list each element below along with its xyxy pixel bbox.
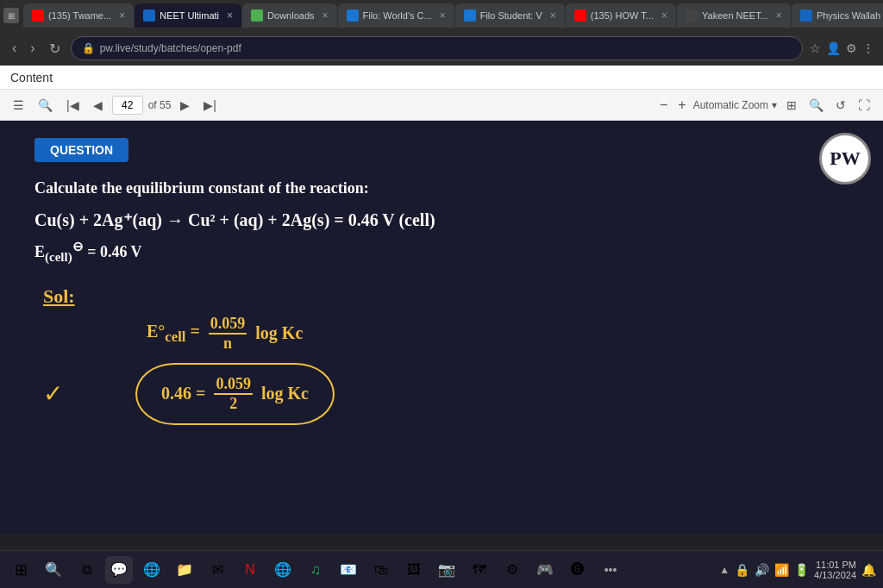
tab-label-filo2: Filo Student: V [480,10,542,21]
page-number-input[interactable] [112,96,143,115]
tab-label-neet: NEET Ultimati [160,10,219,21]
edge-icon: 🌐 [143,561,160,578]
zoom-selector-button[interactable]: 🔍 [805,96,828,115]
tab-close-downloads[interactable]: × [323,9,329,22]
zoom-in-button[interactable]: + [674,96,689,115]
taskbar-app-mail[interactable]: ✉ [204,556,231,584]
zoom-dropdown-icon[interactable]: ▾ [772,99,777,111]
tray-battery-icon[interactable]: 🔋 [794,563,809,577]
pw-logo: PW [819,133,871,185]
window-menu[interactable]: ⊞ [3,8,19,23]
taskbar-app-game[interactable]: 🎮 [531,556,559,584]
rotate-button[interactable]: ↺ [831,96,850,115]
start-button[interactable]: ⊞ [7,556,34,584]
extensions-icon[interactable]: ⚙ [846,41,857,55]
taskview-icon: ⧉ [82,562,91,578]
tab-close-twame[interactable]: × [119,9,125,22]
tab-favicon-downloads [251,9,263,22]
tab-close-filo2[interactable]: × [550,9,556,22]
discord-icon: 💬 [110,561,128,578]
tray-up-arrow[interactable]: ▲ [719,564,730,576]
content-header: Content [0,66,883,90]
tab-downloads[interactable]: Downloads × [242,3,336,28]
first-page-button[interactable]: |◀ [62,96,84,115]
bookmark-icon[interactable]: ☆ [810,41,821,55]
taskbar-clock[interactable]: 11:01 PM 4/13/2024 [814,560,856,580]
tab-close-yakeen[interactable]: × [776,9,782,22]
tab-pw[interactable]: Physics Wallah × [792,3,883,28]
tab-close-filo1[interactable]: × [440,9,446,22]
taskbar-app-edge[interactable]: 🌐 [138,556,166,584]
tray-wifi-icon[interactable]: 📶 [774,563,789,577]
sol-boxed-fraction: 0.059 2 [214,375,253,413]
equation-text: Cu(s) + 2Ag⁺(aq) → Cu² + (aq) + 2Ag(s) =… [34,210,435,230]
taskbar-app-maps[interactable]: 🗺 [466,556,493,584]
content-title: Content [10,71,53,84]
settings-icon: ⚙ [506,561,518,578]
taskbar-app-instagram[interactable]: 📷 [433,556,460,584]
taskbar-app-settings[interactable]: ⚙ [498,556,526,584]
tab-bar: ⊞ (135) Twame... × NEET Ultimati × Downl… [0,0,883,31]
taskbar-taskview[interactable]: ⧉ [72,556,100,584]
fit-page-button[interactable]: ⊞ [782,96,801,115]
zoom-out-button[interactable]: − [656,96,671,115]
profile-icon[interactable]: 👤 [826,41,841,55]
forward-button[interactable]: › [27,37,38,59]
last-page-button[interactable]: ▶| [199,96,221,115]
address-bar[interactable]: 🔒 pw.live/study/batches/open-pdf [71,36,803,60]
tab-label-howt: (135) HOW T... [591,10,654,21]
taskbar-app-misc1[interactable]: 🅖 [564,556,592,584]
photos-icon: 🖼 [407,562,421,578]
taskbar-app-chrome[interactable]: 🌐 [269,556,297,584]
pdf-right-tools: ⊞ 🔍 ↺ ⛶ [782,96,874,115]
tab-filo1[interactable]: Filo: World's C... × [338,3,454,28]
taskbar-app-discord[interactable]: 💬 [105,556,133,584]
next-page-button[interactable]: ▶ [176,96,194,115]
tab-close-howt[interactable]: × [661,9,667,22]
tab-twame[interactable]: (135) Twame... × [23,3,134,28]
tray-sound-icon[interactable]: 🔊 [755,563,769,577]
maps-icon: 🗺 [473,562,486,578]
sol-boxed-container: ✓ 0.46 = 0.059 2 log Kc [43,363,335,425]
pdf-toolbar: ☰ 🔍 |◀ ◀ of 55 ▶ ▶| − + Automatic Zoom ▾… [0,90,883,121]
tab-close-neet[interactable]: × [227,9,233,22]
tab-yakeen[interactable]: Yakeen NEET... × [677,3,791,28]
taskbar-app-store[interactable]: 🛍 [367,556,395,584]
fullscreen-button[interactable]: ⛶ [854,96,874,115]
solution-area: Sol: E°cell = 0.059 n log Kc ✓ 0.46 = 0.… [34,285,849,425]
tab-neet[interactable]: NEET Ultimati × [135,3,241,28]
sol-label: Sol: [43,285,75,308]
sol-boxed-log: log Kc [261,384,309,403]
zoom-label: Automatic Zoom [693,99,768,111]
back-button[interactable]: ‹ [9,37,20,59]
address-text: pw.live/study/batches/open-pdf [100,42,792,54]
tab-favicon-filo2 [464,9,476,22]
prev-page-button[interactable]: ◀ [89,96,107,115]
taskbar-app-netflix[interactable]: N [236,556,264,584]
question-badge: QUESTION [34,138,128,162]
tab-label-twame: (135) Twame... [48,10,111,21]
pdf-content: PW QUESTION Calculate the equilibrium co… [0,121,883,535]
tray-lock-icon[interactable]: 🔒 [735,563,749,577]
sidebar-toggle-button[interactable]: ☰ [9,96,28,115]
tab-howt[interactable]: (135) HOW T... × [566,3,676,28]
taskbar-search[interactable]: 🔍 [40,556,67,584]
tab-filo2[interactable]: Filo Student: V × [455,3,565,28]
instagram-icon: 📷 [438,561,455,578]
menu-icon[interactable]: ⋮ [862,41,874,55]
taskbar-app-photos[interactable]: 🖼 [400,556,428,584]
taskbar-more[interactable]: ••• [597,556,624,584]
taskbar-app-spotify[interactable]: ♫ [302,556,329,584]
tab-label-pw: Physics Wallah [817,10,880,21]
taskbar-time-display: 11:01 PM [816,560,856,570]
chrome-icon: 🌐 [274,561,291,578]
taskbar-app-outlook[interactable]: 📧 [335,556,362,584]
taskbar-app-files[interactable]: 📁 [171,556,198,584]
search-pdf-button[interactable]: 🔍 [34,96,57,115]
outlook-icon: 📧 [340,561,357,578]
sol-formula-fraction: 0.059 n [209,315,247,353]
notification-icon[interactable]: 🔔 [861,563,876,577]
reload-button[interactable]: ↻ [46,37,64,60]
zoom-area: − + Automatic Zoom ▾ [656,96,777,115]
sol-formula: E°cell = 0.059 n log Kc [147,315,303,353]
